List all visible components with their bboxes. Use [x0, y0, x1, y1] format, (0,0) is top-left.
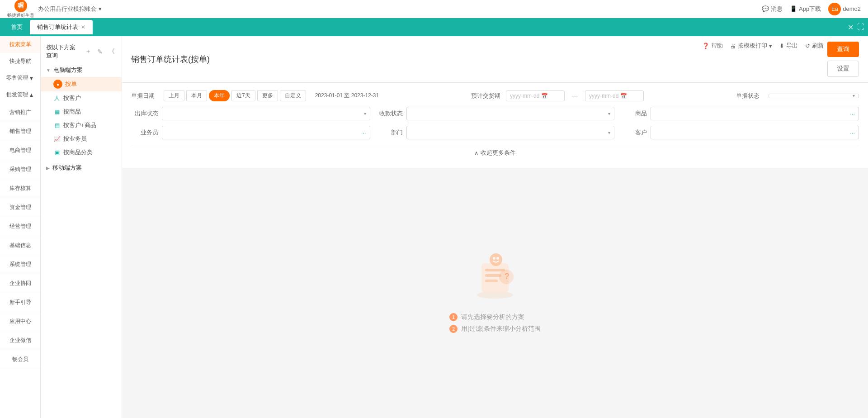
sidebar-item-system[interactable]: 系统管理 — [0, 255, 40, 274]
scheme-item-by-order[interactable]: ● 按单 — [41, 77, 122, 91]
print-action[interactable]: 🖨 按模板打印 ▾ — [730, 42, 772, 50]
mobile-category-arrow-icon: ▶ — [46, 166, 50, 171]
salesperson-control[interactable]: ··· — [162, 126, 370, 139]
scheme-item-by-category[interactable]: ▣ 按商品分类 — [41, 146, 122, 159]
scheme-item-by-goods[interactable]: ▦ 按商品 — [41, 105, 122, 119]
app-download-item[interactable]: 📱 App下载 — [790, 5, 821, 13]
tab-sales-order-stats[interactable]: 销售订单统计表 ✕ — [30, 20, 93, 34]
payment-status-control[interactable]: ▾ — [406, 107, 615, 120]
export-action[interactable]: ⬇ 导出 — [779, 42, 798, 50]
expected-end-placeholder: yyyy-mm-dd — [589, 93, 618, 99]
sidebar-item-ecommerce[interactable]: 电商管理 — [0, 141, 40, 160]
scheme-item-by-customer[interactable]: 人 按客户 — [41, 91, 122, 105]
content-area: 按以下方案查询 ＋ ✎ 《 ▼ 电脑端方案 ● 按单 人 按客户 — [41, 36, 868, 418]
filter-goods: 商品 ··· — [620, 107, 859, 120]
filter-row-3: 业务员 ··· 部门 ▾ 客户 — [131, 126, 859, 139]
active-indicator: ● — [53, 80, 62, 89]
calendar-end-icon: 📅 — [620, 93, 627, 99]
department-control[interactable]: ▾ — [406, 126, 615, 139]
avatar: Ea — [828, 3, 841, 15]
sidebar-item-marketing-label: 营销推广 — [9, 109, 31, 116]
sidebar-item-enterprise[interactable]: 企业协同 — [0, 274, 40, 293]
category-desktop-label: 电脑端方案 — [53, 66, 83, 74]
sidebar-search-menu[interactable]: 搜索菜单 — [0, 36, 40, 53]
sidebar-item-purchase[interactable]: 采购管理 — [0, 160, 40, 179]
scheme-collapse-icon[interactable]: 《 — [107, 47, 116, 56]
sidebar-item-marketing[interactable]: 营销推广 — [0, 103, 40, 122]
sidebar-item-wholesale-arrow: ▲ — [29, 92, 34, 98]
tab-close-icon[interactable]: ✕ — [81, 24, 85, 30]
filter-department: 部门 ▾ — [376, 126, 615, 139]
message-icon: 💬 — [762, 5, 769, 12]
sidebar-item-apps[interactable]: 应用中心 — [0, 312, 40, 331]
sidebar-item-wholesale[interactable]: 批发管理 ▲ — [0, 86, 40, 103]
tab-bar: 首页 销售订单统计表 ✕ ✕ ⛶ — [0, 18, 868, 36]
query-button[interactable]: 查询 — [827, 42, 859, 57]
top-bar: 喔 畅捷通好生意 办公用品行业模拟账套 ▾ 💬 消息 📱 App下载 Ea de… — [0, 0, 868, 18]
date-btn-this-month[interactable]: 本月 — [186, 90, 207, 101]
empty-hints: 1 请先选择要分析的方案 2 用[过滤]条件来缩小分析范围 — [449, 313, 541, 337]
date-btn-custom[interactable]: 自定义 — [280, 90, 306, 101]
salesperson-more-icon[interactable]: ··· — [361, 129, 366, 136]
department-chevron-icon: ▾ — [608, 130, 610, 135]
message-item[interactable]: 💬 消息 — [762, 5, 783, 13]
customer-more-icon[interactable]: ··· — [850, 129, 855, 136]
refresh-action[interactable]: ↺ 刷新 — [805, 42, 824, 50]
logo-area: 喔 畅捷通好生意 — [7, 0, 34, 19]
status-select[interactable]: ▾ — [769, 94, 859, 98]
customer-control[interactable]: ··· — [651, 126, 859, 139]
sidebar-item-newbie[interactable]: 新手引导 — [0, 293, 40, 312]
svg-rect-3 — [485, 274, 501, 277]
sidebar-quick-nav[interactable]: 快捷导航 — [0, 53, 40, 70]
sidebar-item-wechat[interactable]: 企业微信 — [0, 331, 40, 350]
workspace-selector[interactable]: 办公用品行业模拟账套 ▾ — [38, 5, 102, 13]
window-close-btn[interactable]: ✕ — [848, 23, 854, 32]
scheme-category-desktop[interactable]: ▼ 电脑端方案 — [41, 63, 122, 77]
collapse-bar[interactable]: ∧ 收起更多条件 — [131, 145, 859, 161]
sidebar-item-retail[interactable]: 零售管理 ▼ — [0, 70, 40, 86]
sidebar-item-member[interactable]: 畅会员 — [0, 350, 40, 369]
out-status-control[interactable]: ▾ — [162, 107, 370, 120]
scheme-edit-icon[interactable]: ✎ — [95, 47, 104, 56]
window-maximize-btn[interactable]: ⛶ — [857, 23, 864, 32]
scheme-header: 按以下方案查询 ＋ ✎ 《 — [41, 40, 122, 63]
svg-rect-4 — [485, 280, 498, 282]
expected-delivery-end-input[interactable]: yyyy-mm-dd 📅 — [585, 90, 644, 101]
help-action[interactable]: ❓ 帮助 — [702, 42, 723, 50]
sidebar-item-basics[interactable]: 基础信息 — [0, 236, 40, 255]
settings-button[interactable]: 设置 — [827, 61, 859, 77]
date-btn-last-7-days[interactable]: 近7天 — [231, 90, 255, 101]
main-layout: 搜索菜单 快捷导航 零售管理 ▼ 批发管理 ▲ 营销推广 销售管理 电商管理 采… — [0, 36, 868, 418]
logo-icon: 喔 — [14, 0, 27, 12]
empty-illustration: ? — [468, 250, 522, 304]
date-btn-last-month[interactable]: 上月 — [164, 90, 184, 101]
filter-row-1: 单据日期 上月 本月 本年 近7天 更多 自定义 2023-01-01 至 20… — [131, 90, 859, 101]
hint-text-2: 用[过滤]条件来缩小分析范围 — [461, 325, 541, 333]
goods-control[interactable]: ··· — [651, 107, 859, 120]
svg-text:?: ? — [505, 272, 509, 281]
scheme-item-cust-goods-icon: ▤ — [53, 122, 61, 129]
goods-more-icon[interactable]: ··· — [850, 110, 855, 117]
sidebar-item-sales[interactable]: 销售管理 — [0, 122, 40, 141]
main-content: 销售订单统计表(按单) ❓ 帮助 🖨 按模板打印 ▾ ⬇ — [122, 36, 868, 418]
sidebar-item-finance[interactable]: 资金管理 — [0, 198, 40, 217]
scheme-item-category-icon: ▣ — [53, 149, 61, 156]
sidebar-item-inventory[interactable]: 库存核算 — [0, 179, 40, 198]
export-icon: ⬇ — [779, 43, 784, 49]
sidebar-item-basics-label: 基础信息 — [9, 242, 31, 249]
sidebar-item-operations[interactable]: 经营管理 — [0, 217, 40, 236]
status-label: 单据状态 — [736, 92, 763, 100]
date-label: 单据日期 — [131, 92, 158, 100]
workspace-label: 办公用品行业模拟账套 — [38, 5, 97, 13]
expected-delivery-start-input[interactable]: yyyy-mm-dd 📅 — [506, 90, 565, 101]
page-title: 销售订单统计表(按单) — [131, 54, 210, 65]
scheme-item-by-salesperson[interactable]: 📈 按业务员 — [41, 132, 122, 146]
scheme-category-mobile[interactable]: ▶ 移动端方案 — [41, 161, 122, 175]
date-btn-more[interactable]: 更多 — [257, 90, 278, 101]
scheme-item-by-category-label: 按商品分类 — [63, 148, 93, 157]
date-btn-this-year[interactable]: 本年 — [209, 90, 230, 101]
scheme-item-by-cust-goods[interactable]: ▤ 按客户+商品 — [41, 119, 122, 132]
user-item[interactable]: Ea demo2 — [828, 3, 861, 15]
tab-home[interactable]: 首页 — [4, 20, 30, 34]
scheme-add-icon[interactable]: ＋ — [84, 47, 93, 56]
